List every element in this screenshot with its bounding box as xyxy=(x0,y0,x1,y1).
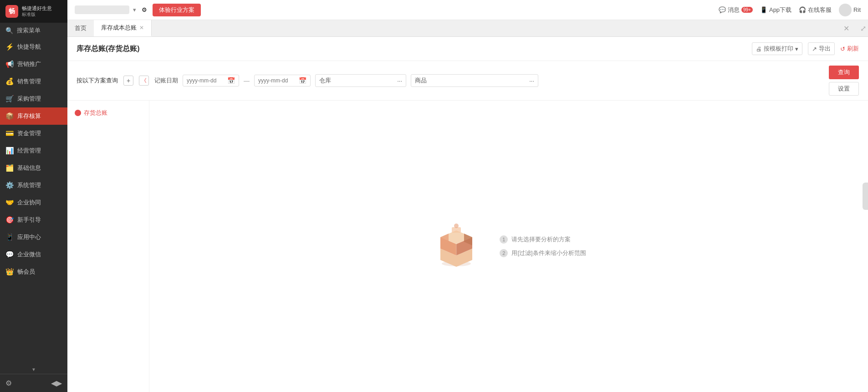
tab-close-icon[interactable]: ✕ xyxy=(139,25,144,31)
user-name: Rit xyxy=(853,6,861,13)
sidebar-nav: ⚡ 快捷导航 📢 营销推广 💰 销售管理 🛒 采购管理 📦 库存核算 💳 资金管… xyxy=(0,38,67,365)
right-scroll-handle[interactable] xyxy=(863,183,868,210)
print-btn[interactable]: 🖨 按模板打印 ▾ xyxy=(752,42,802,55)
topbar-left: ▾ ⚙ 体验行业方案 xyxy=(75,4,719,16)
dropdown-icon[interactable]: ▾ xyxy=(133,6,136,13)
guide-icon: 🎯 xyxy=(5,216,14,224)
query-btn[interactable]: 查询 xyxy=(829,66,859,79)
app-download-btn[interactable]: 📱 App下载 xyxy=(760,6,791,14)
settings-btn[interactable]: 设置 xyxy=(829,82,859,96)
sidebar-footer: ⚙ ◀▶ xyxy=(0,374,67,392)
warehouse-select[interactable]: 仓库 ··· xyxy=(315,74,406,87)
inventory-ledger-item[interactable]: 存货总账 xyxy=(67,105,149,121)
product-more-icon[interactable]: ··· xyxy=(529,77,534,84)
industry-btn[interactable]: 体验行业方案 xyxy=(153,4,201,16)
warehouse-more-icon[interactable]: ··· xyxy=(397,77,402,84)
tab-bar: 首页 库存成本总账 ✕ ✕ ⤢ xyxy=(67,20,868,37)
sidebar-item-quick-nav[interactable]: ⚡ 快捷导航 xyxy=(0,38,67,56)
sidebar-item-basic[interactable]: 🗂️ 基础信息 xyxy=(0,159,67,177)
sidebar-search[interactable]: 🔍 搜索菜单 xyxy=(0,23,67,38)
sidebar-item-marketing[interactable]: 📢 营销推广 xyxy=(0,56,67,73)
date-separator: — xyxy=(244,77,250,84)
refresh-btn[interactable]: ↺ 刷新 xyxy=(840,45,859,53)
appstore-icon: 📱 xyxy=(5,233,14,241)
sidebar-item-appstore[interactable]: 📱 应用中心 xyxy=(0,229,67,246)
scroll-down-btn[interactable]: ▼ xyxy=(0,365,67,374)
user-profile-btn[interactable]: Rit xyxy=(839,4,861,16)
tab-label: 库存成本总账 xyxy=(101,24,137,32)
settings-icon[interactable]: ⚙ xyxy=(5,379,12,387)
filter-add-btn[interactable]: + xyxy=(123,76,133,86)
sidebar-item-purchase[interactable]: 🛒 采购管理 xyxy=(0,90,67,107)
page-content: 库存总账(存货总账) 🖨 按模板打印 ▾ ↗ 导出 ↺ 刷新 按以下方案查询 xyxy=(67,37,868,392)
inventory-icon: 📦 xyxy=(5,112,14,120)
sidebar-item-enterprise[interactable]: 🤝 企业协同 xyxy=(0,194,67,211)
operations-icon: 📊 xyxy=(5,147,14,155)
sidebar-item-guide[interactable]: 🎯 新手引导 xyxy=(0,211,67,229)
online-service-btn[interactable]: 🎧 在线客服 xyxy=(799,6,832,14)
print-dropdown-icon: ▾ xyxy=(795,46,798,52)
app-version: 标准版 xyxy=(22,11,52,18)
breadcrumb-input[interactable] xyxy=(75,5,129,14)
purchase-icon: 🛒 xyxy=(5,95,14,103)
main-content: ▾ ⚙ 体验行业方案 💬 消息 99+ 📱 App下载 🎧 在线客服 Rit xyxy=(67,0,868,392)
tip-text-1: 请先选择要分析的方案 xyxy=(511,235,571,244)
query-settings-btns: 查询 设置 xyxy=(829,66,859,96)
topbar-right: 💬 消息 99+ 📱 App下载 🎧 在线客服 Rit xyxy=(719,4,861,16)
collapse-icon[interactable]: ◀▶ xyxy=(51,379,62,387)
headset-icon: 🎧 xyxy=(799,6,806,13)
logo-icon: 畅 xyxy=(5,5,18,18)
basic-icon: 🗂️ xyxy=(5,164,14,172)
page-header: 库存总账(存货总账) 🖨 按模板打印 ▾ ↗ 导出 ↺ 刷新 xyxy=(67,37,868,61)
page-title: 库存总账(存货总账) xyxy=(77,44,140,54)
left-panel: 存货总账 xyxy=(67,101,149,392)
tab-close-all-btn[interactable]: ✕ xyxy=(838,20,855,36)
calendar-start-icon[interactable]: 📅 xyxy=(227,77,235,84)
app-name: 畅捷通好生意 xyxy=(22,5,52,11)
sidebar-item-wechat[interactable]: 💬 企业微信 xyxy=(0,246,67,263)
finance-icon: 💳 xyxy=(5,129,14,137)
gear-icon[interactable]: ⚙ xyxy=(142,6,147,13)
system-icon: ⚙️ xyxy=(5,181,14,189)
empty-tips: 1 请先选择要分析的方案 2 用[过滤]条件来缩小分析范围 xyxy=(500,235,586,257)
phone-icon: 📱 xyxy=(760,6,767,13)
sidebar-item-system[interactable]: ⚙️ 系统管理 xyxy=(0,177,67,194)
message-badge: 99+ xyxy=(741,7,753,13)
sidebar: 畅 畅捷通好生意 标准版 🔍 搜索菜单 ⚡ 快捷导航 📢 营销推广 💰 销售管理… xyxy=(0,0,67,392)
date-start-field[interactable] xyxy=(187,77,225,84)
tip-num-1: 1 xyxy=(500,235,508,244)
tab-home[interactable]: 首页 xyxy=(67,20,94,36)
printer-icon: 🖨 xyxy=(756,46,762,52)
sidebar-item-operations[interactable]: 📊 经营管理 xyxy=(0,142,67,159)
calendar-end-icon[interactable]: 📅 xyxy=(299,77,306,84)
close-all-icon: ✕ xyxy=(843,24,849,33)
sidebar-item-sales[interactable]: 💰 销售管理 xyxy=(0,73,67,90)
refresh-icon: ↺ xyxy=(840,46,845,52)
right-panel: 1 请先选择要分析的方案 2 用[过滤]条件来缩小分析范围 xyxy=(149,101,868,392)
tab-expand-icon[interactable]: ⤢ xyxy=(858,20,868,36)
filter-area: 按以下方案查询 + 《 记账日期 📅 — 📅 仓库 ··· xyxy=(67,61,868,101)
filter-collapse-btn[interactable]: 《 xyxy=(139,76,149,86)
product-select[interactable]: 商品 ··· xyxy=(411,74,538,87)
wechat-icon: 💬 xyxy=(5,250,14,259)
date-end-field[interactable] xyxy=(258,77,297,84)
quick-nav-icon: ⚡ xyxy=(5,43,14,51)
marketing-icon: 📢 xyxy=(5,60,14,68)
message-btn[interactable]: 💬 消息 99+ xyxy=(719,6,753,14)
sidebar-logo: 畅 畅捷通好生意 标准版 xyxy=(0,0,67,23)
sidebar-item-finance[interactable]: 💳 资金管理 xyxy=(0,125,67,142)
topbar: ▾ ⚙ 体验行业方案 💬 消息 99+ 📱 App下载 🎧 在线客服 Rit xyxy=(67,0,868,20)
date-end-input[interactable]: 📅 xyxy=(254,75,311,87)
tab-inventory-ledger[interactable]: 库存成本总账 ✕ xyxy=(94,20,152,36)
tip-item-1: 1 请先选择要分析的方案 xyxy=(500,235,586,244)
sidebar-item-inventory[interactable]: 📦 库存核算 xyxy=(0,107,67,125)
date-start-input[interactable]: 📅 xyxy=(183,75,239,87)
tip-text-2: 用[过滤]条件来缩小分析范围 xyxy=(511,249,586,257)
sidebar-item-vip[interactable]: 👑 畅会员 xyxy=(0,263,67,280)
tip-num-2: 2 xyxy=(500,249,508,257)
filter-row: 记账日期 📅 — 📅 仓库 ··· 商品 ··· xyxy=(154,74,823,87)
page-actions: 🖨 按模板打印 ▾ ↗ 导出 ↺ 刷新 xyxy=(752,42,859,55)
export-btn[interactable]: ↗ 导出 xyxy=(808,42,835,55)
filter-label: 按以下方案查询 xyxy=(77,76,118,85)
empty-state: 1 请先选择要分析的方案 2 用[过滤]条件来缩小分析范围 xyxy=(431,219,586,274)
